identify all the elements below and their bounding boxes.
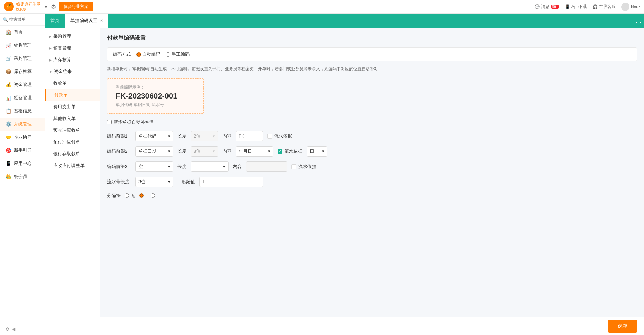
form-row-3: 编码前缀3 空 ▾ 长度 ▾ 内容 bbox=[107, 161, 637, 172]
preview-box: 当前编码示例： FK-20230602-001 单据代码-单据日期-流水号 bbox=[107, 78, 204, 114]
message-item[interactable]: 💬 消息 99+ bbox=[535, 4, 559, 10]
nav-group-inventory-header[interactable]: ▶ 库存核算 bbox=[45, 54, 100, 66]
waterflow3-cb[interactable]: 流水依据 bbox=[291, 164, 316, 170]
nav-item-prepay-receivable[interactable]: 预收冲应收单 bbox=[45, 124, 100, 136]
top-bar-right: 💬 消息 99+ 📱 App下载 🎧 在线客服 Nare bbox=[535, 3, 640, 11]
chevron-down-icon: ▼ bbox=[49, 70, 52, 74]
prefix2-select[interactable]: 单据日期 ▾ bbox=[135, 146, 173, 157]
separator-none-option[interactable]: 无 bbox=[125, 193, 135, 199]
prefix2-value: 单据日期 bbox=[138, 148, 156, 155]
sidebar-item-operation[interactable]: 📊 经营管理 bbox=[0, 91, 45, 104]
content2-select[interactable]: 年月日 ▾ bbox=[236, 146, 273, 157]
start-value-label: 起始值 bbox=[182, 179, 195, 185]
search-label: 搜索菜单 bbox=[9, 17, 26, 22]
chevron-down-icon: ▾ bbox=[168, 133, 170, 139]
sidebar-item-label: 首页 bbox=[14, 29, 23, 35]
top-bar: 🍊 畅捷通好生意 旗舰版 ▼ ⚙ 体验行业方案 💬 消息 99+ 📱 App下载… bbox=[0, 0, 644, 14]
sidebar-item-enterprise[interactable]: 🤝 企业协同 bbox=[0, 131, 45, 144]
user-avatar bbox=[621, 3, 629, 11]
chevron-down-icon: ▾ bbox=[213, 149, 215, 154]
prefix3-select[interactable]: 空 ▾ bbox=[135, 161, 173, 172]
sidebar-item-finance[interactable]: 💰 资金管理 bbox=[0, 78, 45, 91]
user-item[interactable]: Nare bbox=[621, 3, 640, 11]
separator-dash-option[interactable]: - bbox=[139, 193, 146, 198]
tab-maximize-icon[interactable]: ⛶ bbox=[636, 18, 641, 24]
sidebar-item-basic[interactable]: 📋 基础信息 bbox=[0, 104, 45, 118]
nav-dropdown-icon[interactable]: ▼ bbox=[44, 4, 48, 9]
preview-label: 当前编码示例： bbox=[116, 84, 195, 90]
separator-none-label: 无 bbox=[131, 193, 135, 199]
nav-item-expense[interactable]: 费用支出单 bbox=[45, 101, 100, 113]
chevron-down-icon: ▾ bbox=[322, 149, 324, 154]
serial-length-value: 3位 bbox=[138, 179, 145, 185]
sidebar-item-newguide[interactable]: 🎯 新手引导 bbox=[0, 144, 45, 157]
auto-fill-checkbox[interactable] bbox=[107, 120, 112, 124]
nav-group-capital-header[interactable]: ▼ 资金往来 bbox=[45, 66, 100, 77]
waterflow3-checkbox[interactable] bbox=[291, 164, 296, 169]
manual-encoding-radio[interactable] bbox=[166, 52, 170, 57]
tab-close-icon[interactable]: ✕ bbox=[99, 18, 103, 23]
auto-encoding-option[interactable]: 自动编码 bbox=[136, 51, 160, 57]
tab-home[interactable]: 首页 bbox=[45, 14, 65, 28]
app-download-label: App下载 bbox=[571, 4, 587, 10]
nav-group-purchase-header[interactable]: ▶ 采购管理 bbox=[45, 30, 100, 42]
user-name: Nare bbox=[631, 4, 640, 9]
waterflow2-cb[interactable]: ✓ 流水依据 bbox=[278, 148, 302, 155]
prefix3-label: 编码前缀3 bbox=[107, 164, 131, 170]
waterflow2-cycle-select[interactable]: 日 ▾ bbox=[307, 146, 327, 157]
system-icon: ⚙️ bbox=[6, 121, 11, 127]
settings-icon[interactable]: ⚙ bbox=[51, 3, 56, 10]
sidebar-item-label: 销售管理 bbox=[14, 42, 32, 48]
sidebar-item-sales[interactable]: 📈 销售管理 bbox=[0, 39, 45, 52]
sidebar-item-appcenter[interactable]: 📱 应用中心 bbox=[0, 157, 45, 170]
sidebar-search[interactable]: 🔍 搜索菜单 bbox=[0, 14, 45, 26]
content1-input[interactable]: FK bbox=[236, 131, 263, 141]
online-service-item[interactable]: 🎧 在线客服 bbox=[593, 4, 616, 10]
inventory-icon: 📦 bbox=[6, 69, 11, 74]
separator-none-radio[interactable] bbox=[125, 193, 129, 198]
settings-footer-icon[interactable]: ⚙ bbox=[6, 327, 9, 332]
nav-item-receivable-adjust[interactable]: 应收应付调整单 bbox=[45, 160, 100, 171]
sidebar-item-system[interactable]: ⚙️ 系统管理 bbox=[0, 118, 45, 131]
auto-fill-checkbox-label[interactable]: 新增单据自动补空号 bbox=[107, 119, 154, 125]
sidebar-item-purchase[interactable]: 🛒 采购管理 bbox=[0, 52, 45, 65]
nav-group-sales-header[interactable]: ▶ 销售管理 bbox=[45, 42, 100, 54]
length1-value: 2位 bbox=[194, 133, 201, 139]
chevron-right-icon: ▶ bbox=[49, 46, 52, 50]
start-value-input[interactable] bbox=[199, 177, 263, 187]
nav-group-label: 采购管理 bbox=[53, 33, 71, 39]
serial-length-select[interactable]: 3位 ▾ bbox=[135, 177, 173, 187]
separator-dash-radio[interactable] bbox=[139, 193, 144, 198]
sidebar-item-home[interactable]: 🏠 首页 bbox=[0, 26, 45, 39]
nav-item-other-income[interactable]: 其他收入单 bbox=[45, 113, 100, 124]
tab-minimize-icon[interactable]: — bbox=[627, 18, 633, 24]
separator-dot-option[interactable]: . bbox=[151, 193, 158, 198]
length3-select[interactable]: ▾ bbox=[191, 161, 229, 172]
waterflow2-checkbox[interactable]: ✓ bbox=[278, 149, 282, 154]
app-download-item[interactable]: 📱 App下载 bbox=[565, 4, 587, 10]
tab-home-label: 首页 bbox=[50, 18, 59, 24]
waterflow1-checkbox[interactable] bbox=[267, 134, 272, 139]
auto-encoding-radio[interactable] bbox=[136, 52, 141, 57]
sidebar-item-inventory[interactable]: 📦 库存核算 bbox=[0, 65, 45, 78]
auto-fill-row: 新增单据自动补空号 bbox=[107, 119, 637, 125]
nav-item-prepay-payable[interactable]: 预付冲应付单 bbox=[45, 136, 100, 148]
nav-item-bank-deposit[interactable]: 银行存取款单 bbox=[45, 148, 100, 160]
collapse-icon[interactable]: ◀ bbox=[12, 327, 15, 332]
member-icon: 👑 bbox=[6, 174, 11, 179]
separator-dot-radio[interactable] bbox=[151, 193, 155, 198]
trial-btn[interactable]: 体验行业方案 bbox=[59, 2, 93, 11]
save-button[interactable]: 保存 bbox=[608, 320, 637, 333]
sidebar-item-label: 新手引导 bbox=[14, 147, 32, 153]
waterflow1-cb[interactable]: 流水依据 bbox=[267, 133, 292, 139]
tab-settings[interactable]: 单据编码设置 ✕ bbox=[65, 14, 108, 28]
separator-dot-label: . bbox=[156, 193, 158, 198]
home-icon: 🏠 bbox=[6, 29, 11, 35]
sidebar-item-member[interactable]: 👑 畅会员 bbox=[0, 170, 45, 183]
nav-item-payment[interactable]: 付款单 bbox=[45, 89, 100, 101]
manual-encoding-option[interactable]: 手工编码 bbox=[166, 51, 190, 57]
prefix1-select[interactable]: 单据代码 ▾ bbox=[135, 131, 173, 141]
app-name: 畅捷通好生意 bbox=[16, 2, 41, 7]
message-label: 消息 bbox=[541, 4, 549, 10]
nav-item-receipts[interactable]: 收款单 bbox=[45, 77, 100, 89]
